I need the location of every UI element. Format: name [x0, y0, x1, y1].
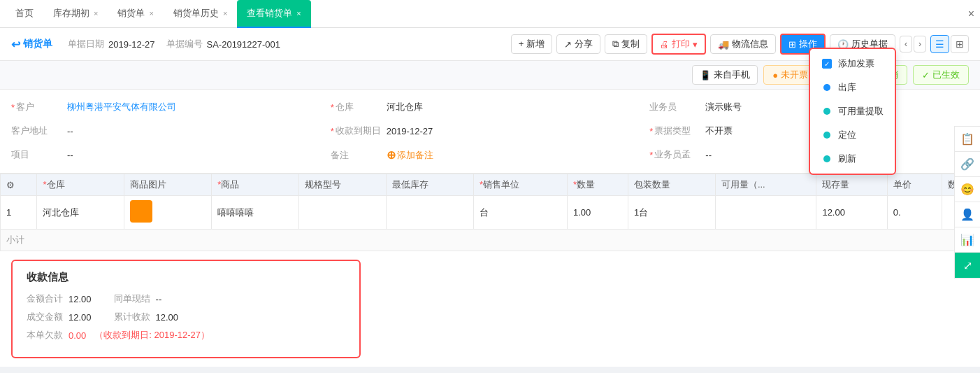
payment-date-value: 2019-12-27 [387, 126, 433, 136]
copy-button[interactable]: ⧉ 复制 [605, 34, 647, 54]
col-product: *商品 [212, 174, 299, 196]
menu-refresh[interactable]: 刷新 [810, 147, 895, 171]
col-pack-qty: 包装数量 [628, 174, 716, 196]
table-scroll[interactable]: ⚙ *仓库 商品图片 *商品 规格型号 最低库存 *销售单位 *数量 包装数量 … [0, 174, 980, 251]
logistics-button[interactable]: 🚚 物流信息 [710, 34, 776, 54]
total-label: 金额合计 [27, 293, 63, 305]
customer-value[interactable]: 柳州粤港平安气体有限公司 [67, 101, 176, 113]
effective-button[interactable]: ✓ 已生效 [913, 65, 969, 85]
row-current-stock: 12.00 [816, 196, 887, 230]
right-icon-link[interactable]: 🔗 [955, 152, 980, 177]
add-note-button[interactable]: ⊕ 添加备注 [387, 148, 433, 162]
col-available: 可用量（... [715, 174, 816, 196]
nav-arrows: ‹ › [900, 36, 926, 52]
new-button[interactable]: + 新增 [511, 34, 552, 54]
warehouse-label: * 仓库 [331, 101, 387, 113]
due-value: 0.00 [69, 330, 86, 341]
row-warehouse: 河北仓库 [37, 196, 124, 230]
share-icon: ↗ [564, 39, 572, 50]
col-price: 单价 [887, 174, 942, 196]
payment-row-2: 成交金额 12.00 累计收款 12.00 [27, 311, 345, 323]
employee-label: 业务员 [649, 101, 705, 113]
right-icon-clipboard[interactable]: 📋 [955, 127, 980, 152]
total-value: 12.00 [69, 294, 92, 304]
right-sidebar-icons: 📋 🔗 😊 👤 📊 ⤢ [954, 126, 980, 279]
menu-available-extract[interactable]: 可用量提取 [810, 99, 895, 123]
tab-sales[interactable]: 销货单 × [108, 0, 163, 28]
print-dropdown-arrow: ▾ [693, 39, 698, 50]
doc-date-label: 单据日期 [68, 38, 104, 50]
row-product: 嘻嘻嘻嘻 [212, 196, 299, 230]
transaction-label: 成交金额 [27, 311, 63, 323]
table-row: 1 河北仓库 嘻嘻嘻嘻 台 1.00 1台 12.00 0. [1, 196, 980, 230]
copy-icon: ⧉ [612, 38, 619, 50]
settlement-label: 同单现结 [114, 293, 150, 305]
close-sales-tab[interactable]: × [149, 9, 153, 17]
prev-button[interactable]: ‹ [900, 36, 912, 52]
note-field: 备注 ⊕ 添加备注 [331, 146, 650, 164]
table-section: ⚙ *仓库 商品图片 *商品 规格型号 最低库存 *销售单位 *数量 包装数量 … [0, 174, 980, 251]
window-close-button[interactable]: × [968, 8, 974, 20]
menu-locate[interactable]: 定位 [810, 123, 895, 147]
col-settings[interactable]: ⚙ [1, 174, 37, 196]
share-button[interactable]: ↗ 分享 [556, 34, 600, 54]
close-history-tab[interactable]: × [223, 9, 227, 17]
print-icon: 🖨 [660, 39, 669, 50]
available-extract-icon [821, 106, 833, 117]
invoice-type-label: * 票据类型 [649, 125, 705, 137]
cyan-dot-icon-1 [823, 108, 830, 115]
tab-home[interactable]: 首页 [6, 0, 43, 28]
doc-number-value: SA-20191227-001 [207, 39, 281, 50]
address-field: 客户地址 -- [11, 122, 331, 140]
outbound-icon [821, 82, 833, 93]
close-view-sales-tab[interactable]: × [296, 9, 301, 17]
tab-bar: 首页 库存期初 × 销货单 × 销货单历史 × 查看销货单 × × [0, 0, 980, 28]
cumulative-value: 12.00 [156, 312, 179, 323]
row-unit: 台 [473, 196, 567, 230]
menu-outbound[interactable]: 出库 [810, 76, 895, 99]
cumulative-item: 累计收款 12.00 [114, 311, 179, 323]
settlement-value: -- [156, 294, 162, 304]
total-amount-item: 金额合计 12.00 [27, 293, 92, 305]
menu-add-invoice[interactable]: ✓ 添加发票 [810, 52, 895, 76]
address-value: -- [67, 126, 73, 136]
transaction-item: 成交金额 12.00 [27, 311, 92, 323]
tab-inventory[interactable]: 库存期初 × [43, 0, 108, 28]
tab-view-sales[interactable]: 查看销货单 × [237, 0, 310, 28]
col-current-stock: 现存量 [816, 174, 887, 196]
warehouse-value: 河北仓库 [387, 101, 423, 113]
right-icon-user[interactable]: 👤 [955, 202, 980, 227]
row-min-stock [387, 196, 474, 230]
payment-info: 收款信息 金额合计 12.00 同单现结 -- 成交金额 12.00 累计收款 … [11, 260, 361, 358]
doc-date-item: 单据日期 2019-12-27 [68, 38, 155, 50]
view-toggle: ☰ ⊞ [930, 35, 969, 53]
print-button[interactable]: 🖨 打印 ▾ [651, 34, 706, 55]
tab-sales-label: 销货单 [117, 7, 145, 20]
phone-button[interactable]: 📱 来自手机 [692, 65, 758, 85]
cyan-dot-icon-3 [823, 155, 830, 162]
right-icon-chart[interactable]: 📊 [955, 227, 980, 253]
doc-number-label: 单据编号 [166, 38, 203, 50]
warehouse-field: * 仓库 河北仓库 [331, 98, 650, 116]
grid-view-button[interactable]: ⊞ [951, 35, 969, 53]
col-warehouse: *仓库 [37, 174, 124, 196]
row-available [715, 196, 816, 230]
product-image [130, 200, 152, 223]
doc-meta: 单据日期 2019-12-27 单据编号 SA-20191227-001 [68, 38, 507, 50]
next-button[interactable]: › [914, 36, 926, 52]
due-note: （收款到期日: 2019-12-27） [94, 329, 210, 342]
locate-label: 定位 [838, 129, 856, 141]
customer-field: * 客户 柳州粤港平安气体有限公司 [11, 98, 331, 116]
doc-date-value: 2019-12-27 [108, 39, 155, 50]
right-icon-emoji[interactable]: 😊 [955, 177, 980, 202]
list-view-button[interactable]: ☰ [930, 35, 949, 53]
employee-value: 演示账号 [705, 101, 742, 113]
subtotal-label: 小计 [1, 230, 980, 251]
note-label: 备注 [331, 149, 387, 162]
close-inventory-tab[interactable]: × [94, 9, 98, 17]
right-icon-expand[interactable]: ⤢ [955, 253, 980, 278]
add-invoice-icon: ✓ [821, 58, 833, 69]
project-value: -- [67, 150, 73, 160]
tab-sales-history[interactable]: 销货单历史 × [164, 0, 237, 28]
dropdown-menu: ✓ 添加发票 出库 可用量提取 定位 刷新 [809, 48, 896, 175]
